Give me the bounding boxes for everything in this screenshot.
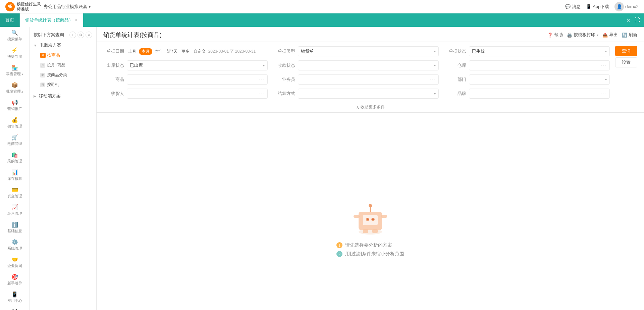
chevron-down-icon: ▾ bbox=[89, 4, 91, 9]
tree-item-month-product[interactable]: 月 按月+商品 bbox=[30, 60, 96, 70]
tab-bar: 首页 销货单统计表（按商品） × ✕ ⛶ bbox=[0, 13, 644, 27]
tab-maximize-button[interactable]: ⛶ bbox=[633, 16, 641, 24]
sidebar-item-marketing[interactable]: 📢 营销推广 bbox=[0, 97, 29, 114]
print-icon: 🖨️ bbox=[567, 33, 572, 38]
logo: 畅 畅捷信好生意 标准版 bbox=[5, 2, 41, 11]
app-download-button[interactable]: 📱 App下载 bbox=[586, 4, 609, 10]
settlement-label: 结算方式 bbox=[274, 91, 298, 97]
salesman-input[interactable]: ··· bbox=[298, 74, 439, 85]
sidebar-item-operations[interactable]: 📈 经营管理 bbox=[0, 201, 29, 219]
ecom-icon: 🛒 bbox=[11, 134, 18, 141]
outstatus-select[interactable]: 已出库 ▾ bbox=[127, 60, 268, 70]
system-icon: ⚙️ bbox=[11, 239, 18, 245]
main-layout: 🔍 搜索菜单 ⚡ 快捷导航 🏪 零售管理 ▴ 📦 批发管理 ▴ 📢 营销推广 bbox=[0, 27, 644, 310]
tree-item-by-driver[interactable]: 司 按司机 bbox=[30, 80, 96, 90]
help-button[interactable]: ❓ 帮助 bbox=[547, 32, 563, 38]
sidebar-item-finance[interactable]: 💳 资金管理 bbox=[0, 184, 29, 201]
sidebar-item-quicknav[interactable]: ⚡ 快捷导航 bbox=[0, 44, 29, 62]
sidebar-item-inventory[interactable]: 📊 库存核算 bbox=[0, 166, 29, 184]
warehouse-input[interactable]: ··· bbox=[469, 60, 610, 70]
sidebar-item-system[interactable]: ⚙️ 系统管理 bbox=[0, 236, 29, 254]
tree-expand-arrow: ▼ bbox=[34, 44, 37, 47]
brand-label: 品牌 bbox=[445, 91, 469, 97]
tab-home[interactable]: 首页 bbox=[0, 13, 20, 27]
sidebar-item-wholesale[interactable]: 📦 批发管理 ▴ bbox=[0, 79, 29, 97]
sidebar-item-search[interactable]: 🔍 搜索菜单 bbox=[0, 27, 29, 44]
filter-row-1: 单据日期 上月 本月 本年 近7天 更多 自定义 20 bbox=[103, 46, 610, 57]
date-label: 单据日期 bbox=[103, 48, 127, 54]
tree-item-product-category[interactable]: 类 按商品分类 bbox=[30, 70, 96, 80]
collectstatus-select[interactable]: ▾ bbox=[298, 60, 439, 70]
date-tabs: 上月 本月 本年 近7天 更多 自定义 bbox=[127, 48, 207, 55]
inventory-icon: 📊 bbox=[11, 169, 18, 175]
query-button[interactable]: 查询 bbox=[615, 46, 637, 56]
svg-rect-11 bbox=[363, 229, 368, 233]
goods-dots: ··· bbox=[259, 77, 265, 82]
content-area: 销货单统计表(按商品) ❓ 帮助 🖨️ 按模板打印 ▾ 📤 导出 🔄 刷新 bbox=[97, 27, 644, 310]
print-button[interactable]: 🖨️ 按模板打印 ▾ bbox=[567, 32, 598, 38]
quicknav-icon: ⚡ bbox=[11, 47, 18, 53]
collapse-bar[interactable]: ∧ 收起更多条件 bbox=[97, 102, 644, 112]
goods-input[interactable]: ··· bbox=[127, 74, 268, 85]
sidebar-item-collab[interactable]: 🤝 企业协同 bbox=[0, 254, 29, 271]
sidebar-item-base[interactable]: ℹ️ 基础信息 bbox=[0, 219, 29, 236]
sidebar-item-purchase[interactable]: 🛍️ 采购管理 bbox=[0, 149, 29, 166]
date-tab-thisyear[interactable]: 本年 bbox=[154, 48, 164, 55]
purchase-icon: 🛍️ bbox=[11, 152, 18, 158]
date-tab-lastmonth[interactable]: 上月 bbox=[127, 48, 138, 55]
tree-section-pc: ▼ 电脑端方案 bbox=[30, 40, 96, 50]
page-title: 销货单统计表(按商品) bbox=[103, 31, 162, 39]
tree-expand-arrow2: ▶ bbox=[34, 94, 36, 98]
sidebar-item-guide[interactable]: 🎯 新手引导 bbox=[0, 271, 29, 289]
tip-num-1: 1 bbox=[336, 242, 342, 248]
export-button[interactable]: 📤 导出 bbox=[602, 32, 618, 38]
warehouse-dots: ··· bbox=[601, 63, 607, 68]
date-tab-thismonth[interactable]: 本月 bbox=[139, 48, 152, 55]
settings-scheme-button[interactable]: ⚙ bbox=[77, 32, 84, 38]
settings-button[interactable]: 设置 bbox=[615, 57, 637, 67]
tab-minimize-button[interactable]: ✕ bbox=[625, 16, 632, 25]
filter-row-4: 收货人 ··· 结算方式 ▾ bbox=[103, 88, 610, 99]
collapse-panel-button[interactable]: « bbox=[86, 32, 92, 38]
doctype-select[interactable]: 销货单 ▾ bbox=[298, 46, 439, 56]
search-icon: 🔍 bbox=[11, 30, 18, 36]
tree-item-by-product[interactable]: 商 按商品 bbox=[30, 50, 96, 60]
marketing-icon: 📢 bbox=[11, 99, 18, 106]
filter-collectstatus-field: 收款状态 ▾ bbox=[274, 60, 439, 71]
tab-close-icon[interactable]: × bbox=[75, 18, 77, 22]
dept-select[interactable]: ▾ bbox=[469, 74, 610, 85]
consignee-input[interactable]: ··· bbox=[127, 89, 268, 99]
user-avatar-button[interactable]: 👤 demo2 bbox=[614, 2, 639, 11]
brand-input[interactable]: ··· bbox=[469, 89, 610, 99]
collectstatus-arrow: ▾ bbox=[434, 64, 436, 67]
tree-section-mobile: ▶ 移动端方案 bbox=[30, 91, 96, 101]
tab-active-report[interactable]: 销货单统计表（按商品） × bbox=[20, 13, 83, 27]
doctype-label: 单据类型 bbox=[274, 48, 298, 54]
warehouse-label: 仓库 bbox=[445, 62, 469, 68]
sidebar-item-sales[interactable]: 💰 销售管理 bbox=[0, 114, 29, 132]
date-tab-custom[interactable]: 自定义 bbox=[192, 48, 207, 55]
add-scheme-button[interactable]: + bbox=[69, 32, 76, 38]
filter-settlement-field: 结算方式 ▾ bbox=[274, 88, 439, 99]
date-tab-more[interactable]: 更多 bbox=[180, 48, 191, 55]
industry-selector[interactable]: 办公用品行业模拟账套 ▾ bbox=[44, 4, 91, 10]
weixin-icon: 💬 bbox=[11, 309, 18, 310]
sidebar-item-weixin[interactable]: 💬 企业微信 bbox=[0, 306, 29, 310]
brand-dots: ··· bbox=[601, 91, 607, 96]
sidebar-item-retail[interactable]: 🏪 零售管理 ▴ bbox=[0, 62, 29, 79]
sidebar-item-ecom[interactable]: 🛒 电商管理 bbox=[0, 132, 29, 149]
salesman-dots: ··· bbox=[430, 77, 436, 82]
left-panel-tools: + ⚙ « bbox=[69, 32, 92, 38]
messages-button[interactable]: 💬 消息 bbox=[565, 4, 581, 10]
guide-icon: 🎯 bbox=[11, 274, 18, 280]
settlement-select[interactable]: ▾ bbox=[298, 89, 439, 99]
consignee-label: 收货人 bbox=[103, 91, 127, 97]
export-icon: 📤 bbox=[602, 33, 608, 38]
finance-icon: 💳 bbox=[11, 187, 18, 193]
docstatus-select[interactable]: 已生效 ▾ bbox=[469, 46, 610, 56]
sidebar-item-appstore[interactable]: 📱 应用中心 bbox=[0, 289, 29, 306]
empty-illustration bbox=[350, 197, 390, 237]
refresh-button[interactable]: 🔄 刷新 bbox=[622, 32, 637, 38]
logo-text: 畅捷信好生意 标准版 bbox=[17, 2, 41, 11]
date-tab-7days[interactable]: 近7天 bbox=[166, 48, 179, 55]
